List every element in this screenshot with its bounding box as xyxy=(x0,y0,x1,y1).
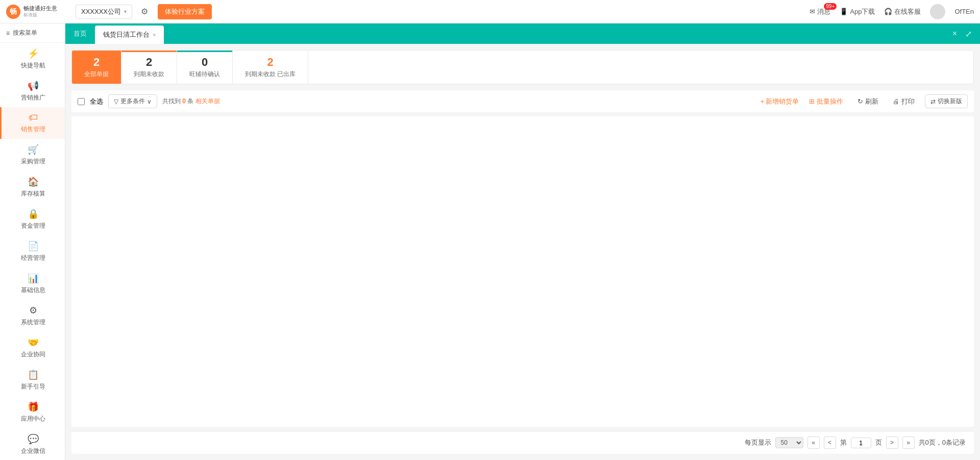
toolbar-left: 全选 ▽ 更多条件 ∨ 共找到 0 条 相关单据 xyxy=(78,94,755,108)
empty-area xyxy=(71,116,974,427)
refresh-icon: ↻ xyxy=(857,98,863,105)
switch-label: 切换新版 xyxy=(938,97,962,106)
sidebar-item-finance[interactable]: 🔒 资金管理 xyxy=(0,203,65,235)
pagination-bar: 每页显示 50 100 200 « < 第 页 > » 共0页，0条记录 xyxy=(71,431,974,454)
tab-bar: 首页 钱货日清工作台 × × ⤢ xyxy=(65,23,980,44)
search-menu-item[interactable]: ≡ 搜索菜单 xyxy=(0,23,65,43)
new-sales-order-button[interactable]: + 新增销货单 xyxy=(760,97,799,106)
sidebar-item-wechat[interactable]: 💬 企业微信 xyxy=(0,428,65,460)
refresh-button[interactable]: ↻ 刷新 xyxy=(853,95,883,108)
sidebar-item-sales[interactable]: 🏷 销售管理 xyxy=(0,107,65,139)
message-badge: 99+ xyxy=(824,3,837,10)
app-download-item[interactable]: 📱 App下载 xyxy=(840,7,875,16)
sales-icon: 🏷 xyxy=(29,112,38,123)
close-tab-icon[interactable]: × xyxy=(153,32,156,38)
basic-info-icon: 📊 xyxy=(28,273,39,284)
quick-nav-icon: ⚡ xyxy=(28,48,39,59)
filter-button[interactable]: ▽ 更多条件 ∨ xyxy=(108,94,157,108)
download-icon: 📱 xyxy=(840,8,848,15)
per-page-select[interactable]: 50 100 200 xyxy=(775,437,803,448)
search-menu-label: 搜索菜单 xyxy=(13,29,37,37)
stat-all-num: 2 xyxy=(84,56,109,69)
stat-tab-overdue[interactable]: 2 到期未收款 xyxy=(121,51,177,84)
inventory-icon: 🏠 xyxy=(28,176,39,187)
company-selector[interactable]: XXXXXX公司 ▾ xyxy=(76,5,132,19)
stat-overdue-bar xyxy=(121,51,177,52)
sidebar-item-label: 采购管理 xyxy=(21,157,45,166)
sidebar-item-app-center[interactable]: 🎁 应用中心 xyxy=(0,396,65,428)
sidebar-item-label: 新手引导 xyxy=(21,382,45,391)
header-right: ✉ 消息 99+ 📱 App下载 🎧 在线客服 OfTEn xyxy=(810,4,974,19)
print-label: 打印 xyxy=(901,97,915,106)
stats-tabs: 2 全部单据 2 到期未收款 0 旺辅待确认 2 到期未收款 已出库 xyxy=(71,50,974,84)
sidebar-item-label: 企业微信 xyxy=(21,447,45,455)
current-page-input[interactable] xyxy=(851,438,871,448)
plus-icon: + xyxy=(760,98,764,105)
avatar[interactable] xyxy=(930,4,945,19)
stat-pending-num: 0 xyxy=(189,56,220,69)
stat-overdue-out-num: 2 xyxy=(245,56,296,69)
service-icon: 🎧 xyxy=(884,8,892,15)
stat-tab-pending[interactable]: 0 旺辅待确认 xyxy=(177,51,233,84)
user-name: OfTEn xyxy=(954,8,974,15)
cooperation-icon: 🤝 xyxy=(28,337,39,348)
sidebar-item-guide[interactable]: 📋 新手引导 xyxy=(0,364,65,396)
print-button[interactable]: 🖨 打印 xyxy=(889,95,919,108)
sidebar-item-label: 资金管理 xyxy=(21,222,45,230)
sidebar-item-label: 基础信息 xyxy=(21,286,45,295)
table-container xyxy=(71,116,974,427)
settings-icon[interactable]: ⚙ xyxy=(136,4,153,20)
tab-work-bench[interactable]: 钱货日清工作台 × xyxy=(95,26,164,44)
sidebar-item-quick-nav[interactable]: ⚡ 快捷导航 xyxy=(0,43,65,75)
sidebar-item-basic-info[interactable]: 📊 基础信息 xyxy=(0,268,65,300)
stat-overdue-label: 到期未收款 xyxy=(134,70,164,79)
guide-icon: 📋 xyxy=(28,369,39,380)
tab-home[interactable]: 首页 xyxy=(65,23,95,44)
sidebar-item-system[interactable]: ⚙ 系统管理 xyxy=(0,300,65,332)
online-service-label: 在线客服 xyxy=(894,7,921,16)
refresh-label: 刷新 xyxy=(865,97,878,106)
print-icon: 🖨 xyxy=(893,98,899,105)
toolbar: 全选 ▽ 更多条件 ∨ 共找到 0 条 相关单据 + xyxy=(71,90,974,112)
message-icon: ✉ xyxy=(810,8,815,15)
stat-pending-label: 旺辅待确认 xyxy=(189,70,220,79)
maximize-icon[interactable]: ⤢ xyxy=(963,27,974,41)
filter-label: 更多条件 xyxy=(120,97,145,106)
operations-icon: 📄 xyxy=(28,240,39,252)
sidebar-item-label: 营销推广 xyxy=(21,93,45,102)
tab-workbench-label: 钱货日清工作台 xyxy=(103,30,150,39)
app-logo-icon: 畅 xyxy=(6,5,20,19)
batch-label: 批量操作 xyxy=(817,97,843,106)
experience-button[interactable]: 体验行业方案 xyxy=(158,4,212,19)
switch-version-button[interactable]: ⇄ 切换新版 xyxy=(925,94,968,108)
sidebar-item-operations[interactable]: 📄 经营管理 xyxy=(0,235,65,268)
wechat-icon: 💬 xyxy=(28,433,39,445)
content-area: 首页 钱货日清工作台 × × ⤢ 2 全部单据 2 xyxy=(65,23,980,460)
stat-tab-overdue-out[interactable]: 2 到期未收款 已出库 xyxy=(233,51,308,84)
sidebar-item-cooperation[interactable]: 🤝 企业协同 xyxy=(0,332,65,364)
company-name: XXXXXX公司 xyxy=(81,7,121,16)
found-text: 共找到 0 条 相关单据 xyxy=(162,97,220,106)
stat-tab-all[interactable]: 2 全部单据 xyxy=(72,51,121,84)
online-service-item[interactable]: 🎧 在线客服 xyxy=(884,7,921,16)
message-item[interactable]: ✉ 消息 99+ xyxy=(810,7,830,16)
prev-page-button[interactable]: < xyxy=(824,437,836,449)
minimize-icon[interactable]: × xyxy=(950,27,959,40)
total-records-label: 共0页，0条记录 xyxy=(919,438,966,447)
found-count: 0 xyxy=(182,98,186,105)
stat-pending-bar xyxy=(177,51,232,52)
first-page-button[interactable]: « xyxy=(807,437,820,449)
app-download-label: App下载 xyxy=(850,7,875,16)
sidebar-item-purchase[interactable]: 🛒 采购管理 xyxy=(0,139,65,171)
next-page-button[interactable]: > xyxy=(886,437,898,449)
batch-icon: ⊞ xyxy=(809,98,815,105)
sidebar-item-marketing[interactable]: 📢 营销推广 xyxy=(0,75,65,107)
page-label: 第 xyxy=(840,438,847,447)
batch-ops-button[interactable]: ⊞ 批量操作 xyxy=(805,95,847,108)
search-menu-icon: ≡ xyxy=(6,30,10,37)
select-all-checkbox[interactable] xyxy=(78,98,85,105)
sidebar-item-inventory[interactable]: 🏠 库存核算 xyxy=(0,171,65,203)
last-page-button[interactable]: » xyxy=(902,437,915,449)
per-page-label: 每页显示 xyxy=(745,438,771,447)
top-header: 畅 畅捷通好生意 标准版 XXXXXX公司 ▾ ⚙ 体验行业方案 ✉ 消息 99… xyxy=(0,0,980,23)
